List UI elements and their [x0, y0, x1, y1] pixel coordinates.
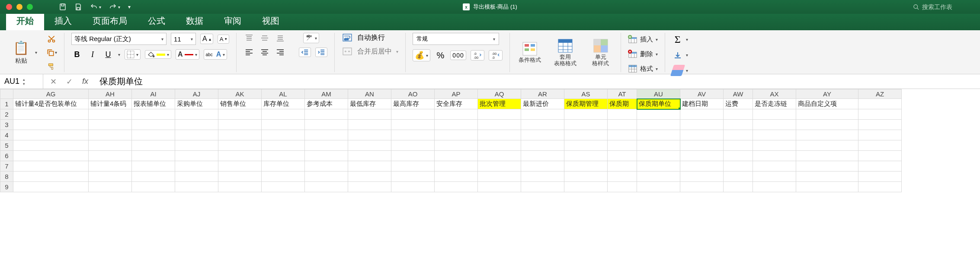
cancel-formula-button[interactable]: ✕	[50, 77, 57, 86]
cell-AO6[interactable]	[391, 151, 435, 161]
cell-AK3[interactable]	[218, 120, 262, 130]
cell-AT3[interactable]	[608, 120, 637, 130]
cell-AJ9[interactable]	[175, 182, 218, 192]
cell-AN4[interactable]	[348, 130, 391, 140]
cell-AP4[interactable]	[435, 130, 478, 140]
cell-AS7[interactable]	[564, 161, 608, 172]
orientation-button[interactable]: ab▾	[303, 33, 319, 43]
cell-AK8[interactable]	[218, 172, 262, 182]
align-bottom-button[interactable]	[275, 33, 286, 43]
cell-AT9[interactable]	[608, 182, 637, 192]
select-all-corner[interactable]	[0, 89, 13, 99]
cell-AQ7[interactable]	[478, 161, 521, 172]
cell-AZ4[interactable]	[858, 130, 902, 140]
decrease-font-button[interactable]: A▾	[218, 35, 230, 44]
cell-AJ8[interactable]	[175, 172, 218, 182]
column-header-AV[interactable]: AV	[680, 89, 724, 99]
cell-AS4[interactable]	[564, 130, 608, 140]
bold-button[interactable]: B	[71, 50, 83, 59]
cell-AV9[interactable]	[680, 182, 724, 192]
cell-AW7[interactable]	[724, 161, 753, 172]
row-header-8[interactable]: 8	[0, 172, 13, 182]
qat-customize-button[interactable]: ▾	[128, 4, 131, 10]
cell-AR4[interactable]	[521, 130, 564, 140]
cell-AY4[interactable]	[796, 130, 858, 140]
comma-style-button[interactable]: 000	[450, 51, 466, 60]
autosum-button[interactable]: Σ	[672, 35, 683, 44]
cell-AN3[interactable]	[348, 120, 391, 130]
tab-data[interactable]: 数据	[176, 12, 214, 30]
cell-AL1[interactable]: 库存单位	[262, 99, 305, 109]
cell-AJ5[interactable]	[175, 140, 218, 151]
cell-AZ3[interactable]	[858, 120, 902, 130]
spreadsheet-grid[interactable]: AGAHAIAJAKALAMANAOAPAQARASATAUAVAWAXAYAZ…	[0, 89, 980, 192]
cell-AZ8[interactable]	[858, 172, 902, 182]
cell-AY9[interactable]	[796, 182, 858, 192]
minimize-window-button[interactable]	[16, 4, 22, 10]
column-header-AU[interactable]: AU	[637, 89, 680, 99]
format-painter-button[interactable]	[46, 62, 57, 71]
column-header-AG[interactable]: AG	[13, 89, 89, 99]
cell-AZ2[interactable]	[858, 109, 902, 120]
cell-AM1[interactable]: 参考成本	[305, 99, 348, 109]
underline-button[interactable]: U	[102, 50, 114, 59]
cell-AZ9[interactable]	[858, 182, 902, 192]
cell-AS2[interactable]	[564, 109, 608, 120]
maximize-window-button[interactable]	[27, 4, 33, 10]
qat-save-icon[interactable]	[59, 3, 67, 11]
cell-AL7[interactable]	[262, 161, 305, 172]
row-header-3[interactable]: 3	[0, 120, 13, 130]
cell-AM4[interactable]	[305, 130, 348, 140]
tab-view[interactable]: 视图	[252, 12, 290, 30]
cell-AH3[interactable]	[89, 120, 132, 130]
cell-AR1[interactable]: 最新进价	[521, 99, 564, 109]
cell-AG4[interactable]	[13, 130, 89, 140]
cell-AJ2[interactable]	[175, 109, 218, 120]
qat-undo-button[interactable]: ▾	[90, 3, 101, 11]
cell-AU6[interactable]	[637, 151, 680, 161]
name-box-stepper[interactable]: ▴▾	[23, 77, 25, 86]
cell-AN7[interactable]	[348, 161, 391, 172]
cell-AO5[interactable]	[391, 140, 435, 151]
wrap-text-label[interactable]: 自动换行	[357, 33, 385, 42]
cell-AP8[interactable]	[435, 172, 478, 182]
cell-AU3[interactable]	[637, 120, 680, 130]
cell-AG2[interactable]	[13, 109, 89, 120]
cell-AK2[interactable]	[218, 109, 262, 120]
cell-AS1[interactable]: 保质期管理	[564, 99, 608, 109]
cell-AL4[interactable]	[262, 130, 305, 140]
cell-AH1[interactable]: 辅计量4条码	[89, 99, 132, 109]
cut-button[interactable]	[46, 34, 57, 44]
cell-AY3[interactable]	[796, 120, 858, 130]
align-right-button[interactable]	[275, 48, 286, 57]
cell-AS9[interactable]	[564, 182, 608, 192]
cell-AV2[interactable]	[680, 109, 724, 120]
font-size-combo[interactable]: 11▾	[171, 33, 196, 45]
cell-AQ6[interactable]	[478, 151, 521, 161]
clear-button[interactable]	[672, 66, 683, 75]
borders-button[interactable]: ▾	[125, 49, 141, 60]
increase-font-button[interactable]: A▴	[200, 34, 213, 44]
cell-AM3[interactable]	[305, 120, 348, 130]
close-window-button[interactable]	[6, 4, 12, 10]
cell-AR7[interactable]	[521, 161, 564, 172]
cell-AP9[interactable]	[435, 182, 478, 192]
underline-dropdown[interactable]: ▾	[118, 52, 120, 57]
cell-AN8[interactable]	[348, 172, 391, 182]
tab-layout[interactable]: 页面布局	[82, 12, 138, 30]
cell-AJ1[interactable]: 采购单位	[175, 99, 218, 109]
cell-AJ4[interactable]	[175, 130, 218, 140]
cell-AK1[interactable]: 销售单位	[218, 99, 262, 109]
cell-AM6[interactable]	[305, 151, 348, 161]
cell-AG8[interactable]	[13, 172, 89, 182]
column-header-AM[interactable]: AM	[305, 89, 348, 99]
row-header-2[interactable]: 2	[0, 109, 13, 120]
cell-AV1[interactable]: 建档日期	[680, 99, 724, 109]
tab-review[interactable]: 审阅	[214, 12, 252, 30]
cell-AL5[interactable]	[262, 140, 305, 151]
cell-AX8[interactable]	[753, 172, 796, 182]
tab-formulas[interactable]: 公式	[138, 12, 176, 30]
cell-AM5[interactable]	[305, 140, 348, 151]
cell-AH7[interactable]	[89, 161, 132, 172]
cell-AN6[interactable]	[348, 151, 391, 161]
